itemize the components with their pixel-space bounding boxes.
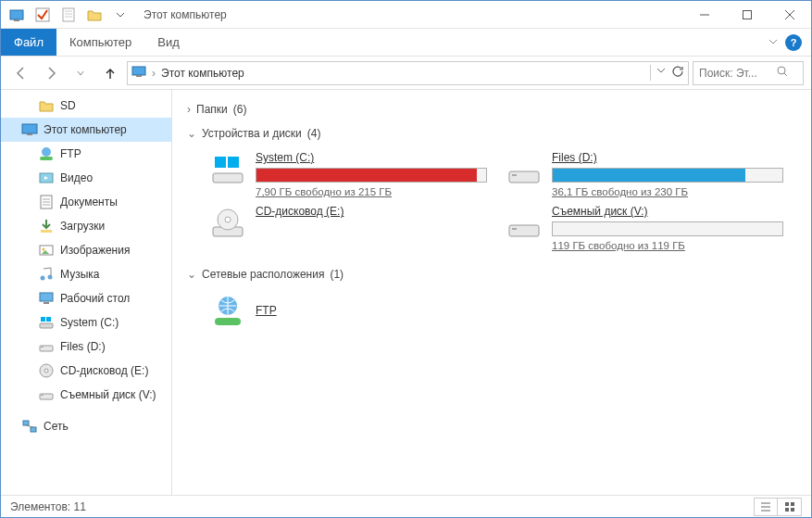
drive-item[interactable]: CD-дисковод (E:) [209,205,487,251]
sidebar-item[interactable]: Этот компьютер [1,118,171,142]
svg-rect-61 [785,508,789,512]
network-location-item[interactable]: FTP [187,286,796,335]
disk-icon [38,386,55,403]
refresh-icon[interactable] [671,65,684,81]
sidebar-item-label: Files (D:) [60,340,106,353]
sidebar-item-label: Загрузки [60,220,105,233]
qat-dropdown-icon[interactable] [110,5,131,25]
group-network[interactable]: ⌄ Сетевые расположения (1) [187,262,796,286]
drive-name: Съемный диск (V:) [552,205,783,218]
sidebar-item-label: Этот компьютер [44,123,127,136]
breadcrumb-root[interactable]: Этот компьютер [161,67,244,80]
checkbox-icon[interactable] [32,5,53,25]
group-folders[interactable]: › Папки (6) [187,97,796,121]
tab-file[interactable]: Файл [1,29,56,56]
sidebar-item[interactable]: Рабочий стол [1,286,171,310]
sidebar-item-label: Съемный диск (V:) [60,388,156,401]
quick-access-toolbar [1,5,136,25]
svg-rect-36 [41,347,44,347]
sidebar: SDЭтот компьютерFTPВидеоДокументыЗагрузк… [1,90,172,495]
up-button[interactable] [97,60,123,86]
address-dropdown-icon[interactable] [656,65,666,81]
content-area: › Папки (6) ⌄ Устройства и диски (4) Sys… [172,90,811,495]
drive-item[interactable]: Files (D:)36,1 ГБ свободно из 230 ГБ [506,151,783,197]
system-icon[interactable] [6,5,27,25]
sidebar-item[interactable]: Изображения [1,238,171,262]
music-icon [38,266,55,283]
sidebar-item[interactable]: Загрузки [1,214,171,238]
search-field[interactable] [693,61,804,85]
sidebar-item[interactable]: Видео [1,166,171,190]
details-view-button[interactable] [754,498,778,516]
sidebar-item[interactable]: System (C:) [1,310,171,335]
sidebar-item-label: Музыка [60,268,99,281]
ribbon-collapse-icon[interactable] [768,36,778,49]
drive-name: CD-дисковод (E:) [256,205,487,218]
svg-rect-41 [23,421,29,425]
desktop-icon [38,290,55,307]
status-count: 11 [74,500,86,513]
forward-button[interactable] [38,60,64,86]
search-input[interactable] [699,67,773,80]
sidebar-item[interactable]: SD [1,94,171,118]
chevron-down-icon: ⌄ [187,127,196,140]
svg-rect-48 [512,174,517,176]
new-folder-icon[interactable] [84,5,105,25]
tab-computer[interactable]: Компьютер [56,29,144,56]
sidebar-item-network[interactable]: Сеть [1,414,171,438]
svg-rect-35 [40,346,53,351]
svg-line-14 [784,73,787,76]
drive-item[interactable]: System (C:)7,90 ГБ свободно из 215 ГБ [209,151,487,197]
video-icon [38,170,55,186]
cd-icon [38,362,55,379]
help-icon[interactable]: ? [785,34,802,51]
chevron-right-icon[interactable]: › [152,67,156,80]
maximize-button[interactable] [726,1,768,29]
sidebar-item[interactable]: Документы [1,190,171,214]
svg-point-13 [778,67,785,74]
svg-rect-32 [40,323,53,328]
svg-rect-40 [41,395,44,396]
group-count: (6) [233,103,247,116]
icons-view-button[interactable] [778,498,802,516]
svg-rect-53 [512,228,517,230]
docs-icon [38,194,55,210]
minimize-button[interactable] [683,1,726,29]
svg-rect-42 [31,427,36,432]
sidebar-item[interactable]: Музыка [1,262,171,286]
svg-rect-3 [63,8,74,21]
drive-item[interactable]: Съемный диск (V:)119 ГБ свободно из 119 … [506,205,783,251]
disk-icon [38,338,55,355]
svg-rect-11 [132,67,145,75]
svg-point-28 [41,276,45,281]
sidebar-item[interactable]: FTP [1,142,171,166]
group-count: (1) [330,268,344,281]
close-button[interactable] [768,1,811,29]
tab-view[interactable]: Вид [144,29,193,56]
search-icon[interactable] [777,66,788,80]
sidebar-item[interactable]: CD-дисковод (E:) [1,359,171,383]
recent-dropdown[interactable] [68,60,94,86]
view-mode-toggles [754,498,802,516]
disk-icon [506,205,543,242]
properties-icon[interactable] [58,5,79,25]
svg-rect-44 [213,173,243,183]
address-field[interactable]: › Этот компьютер [127,61,689,85]
network-icon [21,418,38,435]
svg-rect-59 [785,502,789,506]
ftp-icon [38,145,55,162]
svg-rect-18 [40,157,53,160]
sidebar-item[interactable]: Files (D:) [1,335,171,359]
group-label: Папки [196,103,228,116]
sidebar-item-label: Сеть [44,420,69,433]
svg-rect-45 [215,157,226,168]
sidebar-item-label: Видео [60,171,93,184]
pc-icon [21,121,38,138]
back-button[interactable] [8,60,34,86]
osdisk-icon [38,314,55,331]
sidebar-item[interactable]: Съемный диск (V:) [1,383,171,407]
network-location-name: FTP [256,304,277,317]
group-devices[interactable]: ⌄ Устройства и диски (4) [187,121,796,145]
downloads-icon [38,218,55,234]
drive-usage-bar [552,221,783,236]
